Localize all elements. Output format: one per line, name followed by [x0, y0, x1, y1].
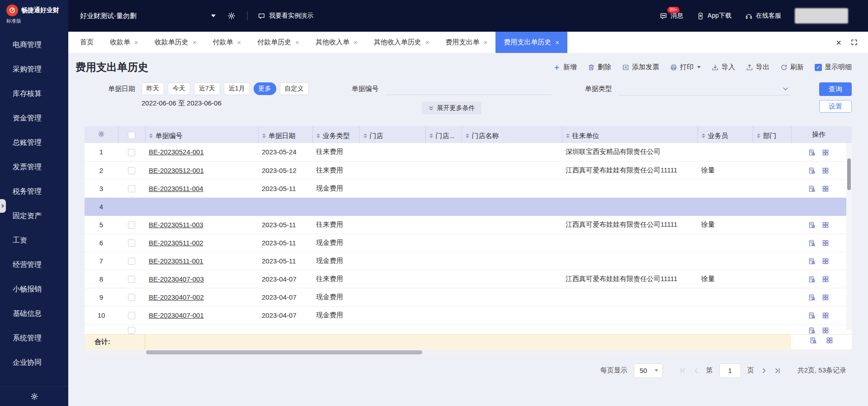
column-header-salesman[interactable]: 业务员 [698, 126, 753, 143]
show-detail-toggle[interactable]: ✓ 显示明细 [815, 63, 852, 72]
sidebar-item-发票管理[interactable]: 发票管理 [0, 155, 68, 179]
horizontal-scrollbar[interactable] [85, 349, 852, 355]
column-header-store_name[interactable]: 门店名称 [462, 126, 562, 143]
row-related-icon[interactable] [822, 239, 829, 247]
tab-close-icon[interactable]: × [425, 38, 429, 46]
row-preview-icon[interactable] [808, 149, 816, 156]
row-related-icon[interactable] [822, 185, 829, 192]
fullscreen-icon[interactable] [850, 38, 858, 46]
page-number-input[interactable] [719, 363, 741, 378]
table-row[interactable]: 4 [85, 197, 846, 215]
row-preview-icon[interactable] [808, 239, 816, 247]
import-button[interactable]: 导入 [712, 63, 735, 72]
date-quick-chip[interactable]: 今天 [168, 82, 190, 95]
sort-icon[interactable] [702, 134, 705, 138]
column-header-store[interactable]: 门店 [359, 126, 425, 143]
sidebar-item-企业协同[interactable]: 企业协同 [0, 350, 68, 375]
column-header-ops[interactable]: 操作 [791, 126, 846, 143]
row-preview-icon[interactable] [808, 294, 816, 301]
sidebar-item-经营管理[interactable]: 经营管理 [0, 253, 68, 277]
tab[interactable]: 费用支出单历史 × [495, 32, 567, 53]
table-row[interactable]: 6 BE-20230511-002 2023-05-11 现金费用 [85, 234, 846, 252]
table-row[interactable]: 7 BE-20230511-001 2023-05-11 现金费用 [85, 252, 846, 270]
sort-icon[interactable] [363, 134, 367, 138]
tab[interactable]: 收款单历史 × [146, 32, 205, 53]
sidebar-settings-gear-icon[interactable] [30, 392, 38, 401]
sidebar-item-固定资产[interactable]: 固定资产 [0, 204, 68, 228]
row-preview-icon[interactable] [808, 258, 816, 265]
sidebar-item-电商管理[interactable]: 电商管理 [0, 33, 68, 57]
add-button[interactable]: ＋ 新增 [553, 63, 577, 72]
row-related-icon[interactable] [822, 167, 829, 174]
row-preview-icon[interactable] [808, 276, 816, 283]
refresh-button[interactable]: 刷新 [780, 63, 804, 72]
row-related-icon[interactable] [822, 221, 829, 229]
sidebar-item-工资[interactable]: 工资 [0, 228, 68, 253]
tab-close-icon[interactable]: × [134, 38, 138, 46]
app-download-button[interactable]: App下载 [697, 12, 731, 20]
sidebar-item-总账管理[interactable]: 总账管理 [0, 130, 68, 155]
table-row[interactable]: 8 BE-20230407-003 2023-04-07 往来费用 江西真可爱布… [85, 270, 846, 288]
tab[interactable]: 其他收入单 × [307, 32, 366, 53]
row-preview-icon[interactable] [808, 167, 816, 174]
horizontal-scrollbar-thumb[interactable] [146, 350, 422, 354]
sidebar-item-基础信息[interactable]: 基础信息 [0, 301, 68, 326]
account-switcher[interactable]: 好业财测试-量勿删 [80, 12, 216, 20]
table-row[interactable]: 3 BE-20230511-004 2023-05-11 现金费用 [85, 179, 846, 197]
row-checkbox[interactable] [128, 221, 135, 229]
row-related-icon[interactable] [822, 149, 829, 156]
doc-no-link[interactable]: BE-20230407-002 [149, 293, 204, 301]
row-checkbox[interactable] [128, 185, 135, 192]
row-related-icon[interactable] [822, 276, 829, 283]
sort-icon[interactable] [429, 134, 433, 138]
row-checkbox[interactable] [128, 327, 135, 334]
date-range-value[interactable]: 2022-06-06 至 2023-06-06 [142, 99, 309, 108]
search-button[interactable]: 查询 [819, 82, 852, 96]
tab-close-icon[interactable]: × [193, 38, 197, 46]
settings-button[interactable]: 设置 [819, 100, 852, 113]
add-invoice-button[interactable]: 添加发票 [622, 63, 659, 72]
tab-close-icon[interactable]: × [354, 38, 358, 46]
sort-icon[interactable] [757, 134, 760, 138]
date-chip-more[interactable]: 更多 [254, 82, 276, 95]
first-page-button[interactable] [679, 367, 686, 374]
export-button[interactable]: 导出 [746, 63, 769, 72]
expand-more-button[interactable]: 展开更多条件 [422, 102, 481, 115]
row-related-icon[interactable] [826, 337, 833, 344]
table-row[interactable]: 5 BE-20230511-003 2023-05-11 往来费用 江西真可爱布… [85, 215, 846, 234]
tab-close-icon[interactable]: × [484, 38, 488, 46]
sidebar-item-资金管理[interactable]: 资金管理 [0, 106, 68, 130]
doc-no-link[interactable]: BE-20230524-001 [149, 148, 204, 156]
sidebar-item-系统管理[interactable]: 系统管理 [0, 326, 68, 350]
row-preview-icon[interactable] [808, 185, 816, 192]
row-related-icon[interactable] [822, 294, 829, 301]
tab-close-icon[interactable]: × [295, 38, 299, 46]
row-related-icon[interactable] [822, 258, 829, 265]
sidebar-item-小畅报销[interactable]: 小畅报销 [0, 277, 68, 301]
row-preview-icon[interactable] [808, 327, 816, 334]
sort-icon[interactable] [149, 134, 153, 138]
table-row[interactable]: 2 BE-20230512-001 2023-05-12 往来费用 江西真可爱布… [85, 161, 846, 179]
date-quick-chip[interactable]: 昨天 [142, 82, 164, 95]
sidebar-collapse-handle[interactable] [0, 199, 6, 213]
column-header-biz_type[interactable]: 业务类型 [312, 126, 359, 143]
row-checkbox[interactable] [128, 258, 135, 265]
demo-link[interactable]: 我要看实例演示 [258, 12, 313, 20]
table-row[interactable]: 1 BE-20230524-001 2023-05-24 往来费用 深圳联宝西安… [85, 143, 846, 161]
doc-no-link[interactable]: BE-20230511-003 [149, 221, 203, 229]
tab[interactable]: 付款单 × [205, 32, 250, 53]
doc-no-input[interactable] [385, 82, 552, 95]
row-preview-icon[interactable] [808, 221, 816, 229]
sort-icon[interactable] [566, 134, 570, 138]
print-button[interactable]: 打印 [670, 63, 701, 72]
table-row[interactable]: 9 BE-20230407-002 2023-04-07 现金费用 [85, 288, 846, 306]
doc-no-link[interactable]: BE-20230407-001 [149, 311, 204, 319]
doc-no-link[interactable]: BE-20230511-001 [149, 257, 203, 265]
doc-no-link[interactable]: BE-20230511-002 [149, 239, 203, 247]
tab-close-icon[interactable]: × [237, 38, 241, 46]
tab-close-icon[interactable]: × [555, 38, 559, 46]
row-checkbox[interactable] [128, 312, 135, 319]
delete-button[interactable]: 删除 [588, 63, 611, 72]
row-checkbox[interactable] [128, 149, 135, 156]
messages-button[interactable]: 99+ 消息 [660, 12, 683, 20]
